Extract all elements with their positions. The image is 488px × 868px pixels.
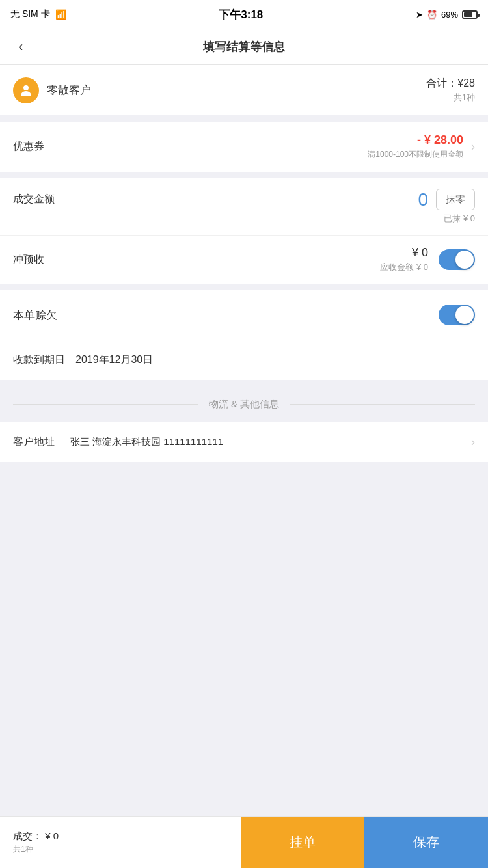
nav-bar: ‹ 填写结算等信息 — [0, 29, 488, 65]
address-label: 客户地址 — [13, 435, 60, 449]
divider-line-left — [13, 404, 198, 405]
round-button[interactable]: 抹零 — [436, 189, 475, 210]
logistics-divider: 物流 & 其他信息 — [0, 387, 488, 422]
coupon-amount: - ¥ 28.00 — [368, 133, 463, 147]
customer-section: 零散客户 合计：¥28 共1种 — [0, 65, 488, 115]
alarm-icon: ⏰ — [427, 10, 437, 20]
page-title: 填写结算等信息 — [203, 39, 285, 55]
customer-count: 共1种 — [426, 92, 475, 103]
bottom-info: 成交： ¥ 0 共1种 — [0, 830, 241, 855]
avatar — [13, 77, 39, 103]
wifi-icon: 📶 — [55, 9, 66, 20]
debt-toggle[interactable] — [439, 305, 475, 325]
divider-1 — [0, 172, 488, 178]
carrier-text: 无 SIM 卡 — [10, 8, 50, 20]
amount-section: 成交金额 抹零 已抹 ¥ 0 — [0, 178, 488, 235]
debt-toggle-knob — [455, 306, 474, 324]
debt-section: 本单赊欠 收款到期日 2019年12月30日 — [0, 290, 488, 380]
coupon-section[interactable]: 优惠券 - ¥ 28.00 满1000-100不限制使用金额 › — [0, 122, 488, 172]
amount-top-row: 成交金额 抹零 — [13, 189, 475, 210]
customer-row: 零散客户 合计：¥28 共1种 — [0, 65, 488, 115]
deal-input[interactable] — [195, 189, 428, 210]
deal-label: 成交金额 — [13, 193, 65, 206]
prepay-amount: ¥ 0 — [380, 246, 428, 260]
bottom-deal-value: ¥ 0 — [45, 830, 59, 841]
coupon-row[interactable]: 优惠券 - ¥ 28.00 满1000-100不限制使用金额 › — [0, 122, 488, 172]
address-section[interactable]: 客户地址 张三 海淀永丰科技园 11111111111 › — [0, 422, 488, 462]
address-chevron-icon: › — [471, 435, 475, 449]
divider-3 — [0, 380, 488, 387]
deal-sub: 已抹 ¥ 0 — [13, 213, 475, 224]
prepay-values: ¥ 0 应收金额 ¥ 0 — [380, 246, 428, 273]
due-date-value[interactable]: 2019年12月30日 — [75, 353, 153, 367]
status-right: ➤ ⏰ 69% — [416, 10, 478, 20]
divider-line-right — [290, 404, 475, 405]
battery-icon — [462, 10, 478, 19]
due-date-row: 收款到期日 2019年12月30日 — [0, 340, 488, 380]
bottom-deal-row: 成交： ¥ 0 — [13, 830, 228, 843]
customer-total: 合计：¥28 — [426, 77, 475, 90]
customer-summary: 合计：¥28 共1种 — [426, 77, 475, 103]
location-icon: ➤ — [416, 10, 423, 20]
coupon-value-area: - ¥ 28.00 满1000-100不限制使用金额 › — [65, 133, 475, 160]
bottom-bar: 成交： ¥ 0 共1种 挂单 保存 — [0, 816, 488, 868]
time-display: 下午3:18 — [219, 7, 263, 22]
logistics-text: 物流 & 其他信息 — [209, 398, 279, 411]
deal-section: 成交金额 抹零 已抹 ¥ 0 冲预收 ¥ 0 应收金额 ¥ 0 — [0, 178, 488, 284]
address-value: 张三 海淀永丰科技园 11111111111 — [70, 436, 461, 448]
address-row[interactable]: 客户地址 张三 海淀永丰科技园 11111111111 › — [0, 422, 488, 462]
debt-row: 本单赊欠 — [0, 290, 488, 340]
divider-2 — [0, 284, 488, 290]
prepay-row: 冲预收 ¥ 0 应收金额 ¥ 0 — [0, 236, 488, 284]
prepay-toggle[interactable] — [439, 249, 475, 270]
prepay-label: 冲预收 — [13, 253, 65, 267]
svg-point-0 — [23, 85, 29, 90]
content-area: 零散客户 合计：¥28 共1种 优惠券 - ¥ 28.00 满1000-100不… — [0, 65, 488, 527]
bottom-deal-label: 成交： — [13, 830, 42, 841]
back-button[interactable]: ‹ — [13, 33, 28, 61]
coupon-value: - ¥ 28.00 满1000-100不限制使用金额 — [368, 133, 463, 160]
save-button[interactable]: 保存 — [364, 817, 488, 869]
bottom-count: 共1种 — [13, 844, 228, 855]
coupon-desc: 满1000-100不限制使用金额 — [368, 149, 463, 160]
debt-label: 本单赊欠 — [13, 308, 57, 323]
battery-text: 69% — [441, 10, 458, 20]
status-left: 无 SIM 卡 📶 — [10, 8, 66, 20]
toggle-knob — [455, 251, 474, 269]
coupon-label: 优惠券 — [13, 140, 65, 154]
hang-button[interactable]: 挂单 — [241, 817, 364, 869]
status-bar: 无 SIM 卡 📶 下午3:18 ➤ ⏰ 69% — [0, 0, 488, 29]
customer-name: 零散客户 — [47, 83, 91, 98]
due-date-label: 收款到期日 — [13, 353, 65, 367]
customer-left: 零散客户 — [13, 77, 91, 103]
chevron-right-icon: › — [471, 140, 475, 154]
prepay-sub: 应收金额 ¥ 0 — [380, 262, 428, 273]
